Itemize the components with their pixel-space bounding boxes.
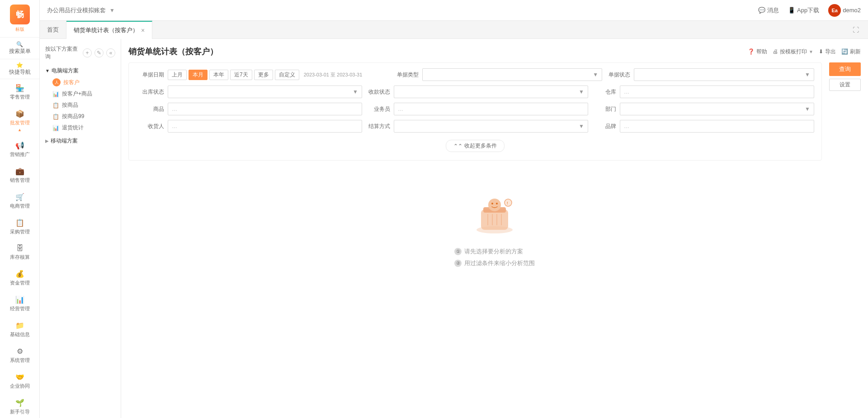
setting-button[interactable]: 设置 xyxy=(829,79,861,91)
left-panel-header: 按以下方案查询 + ✎ « xyxy=(40,43,121,63)
out-status-label: 出库状态 xyxy=(136,88,168,96)
date-btn-custom[interactable]: 自定义 xyxy=(275,70,299,80)
message-label: 消息 xyxy=(767,6,779,14)
enterprise-label: 企业协同 xyxy=(10,383,30,390)
sidebar-item-enterprise[interactable]: 🤝 企业协同 xyxy=(0,368,39,394)
export-button[interactable]: ⬇ 导出 xyxy=(819,48,836,56)
tab-home[interactable]: 首页 xyxy=(40,21,66,39)
query-buttons-area: 查询 设置 xyxy=(826,62,861,91)
date-btn-last-month[interactable]: 上月 xyxy=(168,70,187,80)
sidebar-item-ecommerce[interactable]: 🛒 电商管理 xyxy=(0,188,39,214)
salesperson-placeholder: … xyxy=(398,106,403,112)
brand-select[interactable]: … xyxy=(620,120,814,133)
print-icon: 🖨 xyxy=(773,48,778,55)
warehouse-select[interactable]: … xyxy=(620,86,814,98)
filter-date: 单据日期 上月 本月 本年 近7天 更多 自定义 2023-03-01 至 20… xyxy=(136,70,391,80)
scheme-product-99[interactable]: 📋 按商品99 xyxy=(40,111,121,122)
svg-point-10 xyxy=(505,199,512,206)
collapse-up-icon: ⌃⌃ xyxy=(453,143,462,149)
out-status-select[interactable]: ▼ xyxy=(168,86,362,98)
sidebar-item-marketing[interactable]: 📢 营销推广 xyxy=(0,137,39,162)
scheme-by-product[interactable]: 📋 按商品 xyxy=(40,100,121,111)
desktop-schemes-section: ▼ 电脑端方案 人 按客户 📊 按客户+商品 📋 按商品 📋 按商品9 xyxy=(40,65,121,133)
scheme-customer-product[interactable]: 📊 按客户+商品 xyxy=(40,88,121,100)
user-profile[interactable]: Ea demo2 xyxy=(828,4,861,17)
sidebar-item-inventory[interactable]: 🗄 库存核算 xyxy=(0,240,39,265)
enterprise-icon: 🤝 xyxy=(15,373,24,381)
sidebar-item-newbie[interactable]: 🌱 新手引导 xyxy=(0,394,39,418)
chevron-icon: ▲ xyxy=(18,128,22,132)
refresh-button[interactable]: 🔄 刷新 xyxy=(841,48,861,56)
add-scheme-button[interactable]: + xyxy=(83,48,92,57)
page-title: 销货单统计表（按客户） xyxy=(128,46,218,57)
by-product-label: 按商品 xyxy=(62,101,78,109)
tab-active[interactable]: 销货单统计表（按客户） × xyxy=(66,21,152,39)
sidebar-item-sales[interactable]: 💼 销售管理 xyxy=(0,162,39,188)
industry-dropdown[interactable]: ▼ xyxy=(109,7,115,14)
hint-num-1: ① xyxy=(454,248,462,255)
date-btn-this-year[interactable]: 本年 xyxy=(209,70,228,80)
scheme-query-title: 按以下方案查询 xyxy=(45,45,83,61)
empty-illustration: ! xyxy=(467,191,522,237)
operation-icon: 📊 xyxy=(15,295,24,304)
header-left: 办公用品行业模拟账套 ▼ xyxy=(47,6,115,14)
sidebar-item-wholesale[interactable]: 📦 批发管理 ▲ xyxy=(0,105,39,137)
sidebar-item-operation[interactable]: 📊 经营管理 xyxy=(0,291,39,317)
export-icon: ⬇ xyxy=(819,48,823,55)
date-buttons-group: 上月 本月 本年 近7天 更多 自定义 2023-03-01 至 2023-03… xyxy=(168,70,391,80)
edit-scheme-button[interactable]: ✎ xyxy=(94,48,104,57)
print-button[interactable]: 🖨 按模板打印 ▼ xyxy=(773,48,813,56)
order-type-label: 单据类型 xyxy=(391,71,422,79)
sidebar-item-system[interactable]: ⚙ 系统管理 xyxy=(0,342,39,368)
tab-restore-icon[interactable]: ⛶ xyxy=(847,26,864,33)
collapse-button[interactable]: ⌃⌃ 收起更多条件 xyxy=(446,140,505,152)
department-label: 部门 xyxy=(588,105,620,113)
settlement-select[interactable]: ▼ xyxy=(394,120,588,133)
app-download-label: App下载 xyxy=(797,6,819,14)
query-button[interactable]: 查询 xyxy=(829,62,861,76)
mobile-scheme-parent[interactable]: ▶ 移动端方案 xyxy=(40,135,121,147)
product-placeholder: … xyxy=(172,106,177,112)
sidebar-item-basic[interactable]: 📁 基础信息 xyxy=(0,317,39,342)
receiver-select[interactable]: … xyxy=(168,120,362,133)
logo-text: 畅 xyxy=(16,9,24,20)
sales-icon: 💼 xyxy=(15,167,24,176)
message-action[interactable]: 💬 消息 xyxy=(758,6,779,14)
receiver-placeholder: … xyxy=(172,123,177,129)
empty-hints: ① 请先选择要分析的方案 ② 用过滤条件来缩小分析范围 xyxy=(454,246,535,269)
date-btn-7days[interactable]: 近7天 xyxy=(230,70,252,80)
scheme-return-stats[interactable]: 📊 退货统计 xyxy=(40,122,121,133)
sidebar-item-finance[interactable]: 💰 资金管理 xyxy=(0,265,39,291)
order-type-select[interactable]: ▼ xyxy=(422,68,603,81)
desktop-scheme-parent[interactable]: ▼ 电脑端方案 xyxy=(40,65,121,76)
receive-status-select[interactable]: ▼ xyxy=(394,86,588,98)
receiver-label: 收货人 xyxy=(136,123,168,130)
salesperson-label: 业务员 xyxy=(362,105,394,113)
refresh-label: 刷新 xyxy=(850,48,861,56)
sidebar-nav[interactable]: ⭐ 快捷导航 xyxy=(0,59,39,79)
sales-label: 销售管理 xyxy=(10,177,30,184)
help-button[interactable]: ❓ 帮助 xyxy=(748,48,767,56)
collapse-panel-button[interactable]: « xyxy=(106,48,115,57)
marketing-icon: 📢 xyxy=(15,141,24,150)
order-status-select[interactable]: ▼ xyxy=(634,68,814,81)
date-btn-this-month[interactable]: 本月 xyxy=(189,70,208,80)
sidebar-item-retail[interactable]: 🏪 零售管理 xyxy=(0,79,39,105)
salesperson-select[interactable]: … xyxy=(394,103,588,115)
date-btn-more[interactable]: 更多 xyxy=(254,70,273,80)
tab-close-icon[interactable]: × xyxy=(141,27,145,34)
app-download-action[interactable]: 📱 App下载 xyxy=(788,6,819,14)
header-right: 💬 消息 📱 App下载 Ea demo2 xyxy=(758,4,861,17)
print-dropdown-icon: ▼ xyxy=(809,49,813,54)
search-icon: 🔍 xyxy=(16,41,23,48)
return-stats-label: 退货统计 xyxy=(62,124,84,132)
filter-and-query: 单据日期 上月 本月 本年 近7天 更多 自定义 2023-03-01 至 20… xyxy=(128,62,861,164)
sidebar-item-purchase[interactable]: 📋 采购管理 xyxy=(0,214,39,240)
scheme-by-customer[interactable]: 人 按客户 xyxy=(40,76,121,88)
hint-text-1: 请先选择要分析的方案 xyxy=(464,246,523,257)
right-panel: 销货单统计表（按客户） ❓ 帮助 🖨 按模板打印 ▼ ⬇ 导出 xyxy=(121,39,868,418)
product-select[interactable]: … xyxy=(168,103,362,115)
sidebar-search[interactable]: 🔍 搜索菜单 xyxy=(0,38,39,59)
by-customer-label: 按客户 xyxy=(63,79,80,86)
department-select[interactable]: ▼ xyxy=(620,103,814,115)
